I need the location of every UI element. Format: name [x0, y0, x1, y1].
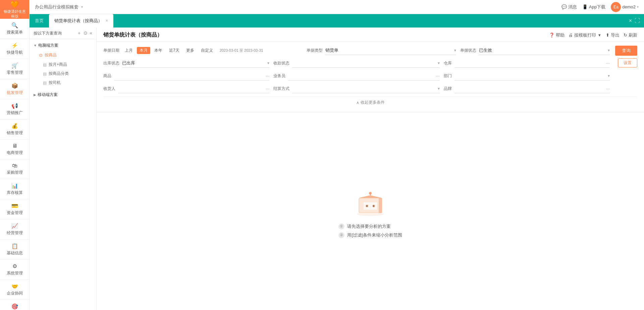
sidebar-item-label: 库存核算	[7, 190, 23, 196]
filter-row-4: 收货人 ··· 结算方式 ▾	[103, 84, 610, 93]
date-tab-custom[interactable]: 自定义	[198, 47, 216, 54]
out-status-dropdown-icon[interactable]: ▾	[267, 61, 269, 65]
filter-item-label: 按商品	[45, 52, 57, 58]
date-tab-last-month[interactable]: 上月	[122, 47, 136, 54]
help-label: 帮助	[556, 32, 565, 38]
industry-dropdown-icon[interactable]: ▾	[81, 5, 83, 9]
help-button[interactable]: ❓ 帮助	[549, 32, 565, 38]
settlement-dropdown-icon[interactable]: ▾	[438, 86, 440, 91]
add-scheme-icon[interactable]: ＋	[77, 30, 82, 36]
receiver-dots-icon[interactable]: ···	[266, 86, 270, 91]
sidebar-item-system[interactable]: ⚙ 系统管理	[0, 260, 29, 280]
app-download-button[interactable]: 📱 App下载	[582, 4, 605, 10]
help-icon: ❓	[549, 33, 554, 38]
doc-status-dropdown-icon[interactable]: ▾	[608, 48, 610, 53]
filter-item-by-category[interactable]: ▤ 按商品分类	[30, 69, 96, 78]
tab-home[interactable]: 首页	[30, 14, 49, 28]
filter-field-dept: 部门 ▾	[444, 71, 610, 81]
filter-field-warehouse: 仓库 ···	[444, 58, 610, 68]
page-title: 销货单统计表（按商品）	[103, 32, 162, 39]
dept-dropdown-icon[interactable]: ▾	[608, 73, 610, 78]
export-button[interactable]: ⬆ 导出	[606, 32, 620, 38]
sidebar-item-marketing[interactable]: 📢 营销推广	[0, 99, 29, 119]
top-header: 办公用品行业模拟账套 ▾ 💬 消息 📱 App下载 Ea demo2 ▾	[30, 0, 644, 14]
filter-item-by-driver[interactable]: ▤ 按司机	[30, 78, 96, 87]
salesperson-dots-icon[interactable]: ···	[436, 73, 440, 79]
date-tab-this-year[interactable]: 本年	[152, 47, 165, 54]
edit-scheme-icon[interactable]: ⊙	[84, 30, 88, 36]
warehouse-dots-icon[interactable]: ···	[606, 60, 610, 66]
filter-row-3: 商品 ··· 业务员 ···	[103, 71, 610, 81]
dept-control: ▾	[454, 71, 610, 81]
sidebar-item-sales[interactable]: 💰 销售管理	[0, 119, 29, 140]
user-avatar: Ea	[611, 2, 621, 12]
page-content: 按以下方案查询 ＋ ⊙ « ▼ 电脑端方案 ⊙ 按商品 ▤ 按月+	[30, 28, 644, 310]
brand-control: ···	[454, 84, 610, 93]
brand-dots-icon[interactable]: ···	[606, 86, 610, 91]
finance-icon: 💳	[11, 203, 18, 209]
sidebar-item-retail[interactable]: 🛒 零售管理	[0, 59, 29, 79]
dept-label: 部门	[444, 73, 452, 79]
refresh-button[interactable]: ↻ 刷新	[624, 32, 637, 38]
date-tab-this-month[interactable]: 本月	[137, 47, 150, 54]
right-action-buttons: 查询 设置	[615, 46, 637, 67]
export-icon: ⬆	[606, 33, 609, 38]
svg-point-12	[369, 192, 372, 195]
sidebar-item-basic[interactable]: 📋 基础信息	[0, 240, 29, 260]
filter-section-desktop: ▼ 电脑端方案 ⊙ 按商品 ▤ 按月+商品 ▤ 按商品分类 ▤ 按司机	[30, 39, 96, 89]
sidebar-item-ecommerce[interactable]: 🖥 电商管理	[0, 140, 29, 159]
enterprise-icon: 🤝	[11, 283, 18, 290]
doc-type-dropdown-icon[interactable]: ▾	[454, 48, 456, 53]
retail-icon: 🛒	[11, 62, 18, 69]
maximize-icon[interactable]: ⛶	[635, 18, 640, 24]
doc-type-label: 单据类型	[307, 48, 323, 53]
print-icon: 🖨	[569, 33, 573, 38]
user-profile[interactable]: Ea demo2 ▾	[611, 2, 639, 12]
doc-status-value: 已生效	[479, 47, 492, 53]
ecommerce-icon: 🖥	[12, 143, 17, 149]
main-area: 办公用品行业模拟账套 ▾ 💬 消息 📱 App下载 Ea demo2 ▾ 首页 …	[30, 0, 644, 310]
empty-illustration	[350, 185, 390, 218]
sidebar-item-operation[interactable]: 📈 经营管理	[0, 219, 29, 240]
basic-icon: 📋	[11, 243, 18, 249]
doc-type-value: 销货单	[325, 47, 338, 53]
sidebar-item-inventory[interactable]: 📊 库存核算	[0, 179, 29, 199]
mobile-section-title[interactable]: ▶ 移动端方案	[30, 90, 96, 100]
collapse-bar[interactable]: ∧ 收起更多条件	[103, 97, 637, 108]
sidebar-item-purchase[interactable]: 🛍 采购管理	[0, 159, 29, 179]
filter-row-2: 出库状态 已出库 ▾ 收款状态 ▾	[103, 58, 610, 68]
filter-rows-area: 单据日期 上月 本月 本年 近7天 更多 自定义	[103, 46, 610, 97]
settlement-control: ▾	[292, 84, 439, 93]
sidebar-item-quick-nav[interactable]: ⚡ 快捷导航	[0, 39, 29, 59]
sidebar-item-label: 系统管理	[7, 270, 23, 276]
sidebar-item-enterprise[interactable]: 🤝 企业协同	[0, 280, 29, 300]
date-tab-more[interactable]: 更多	[183, 47, 197, 54]
refresh-icon: ↻	[624, 33, 627, 38]
query-button[interactable]: 查询	[615, 46, 637, 56]
filter-item-by-month-goods[interactable]: ▤ 按月+商品	[30, 60, 96, 69]
print-dropdown-icon[interactable]: ▾	[597, 33, 602, 38]
goods-dots-icon[interactable]: ···	[266, 73, 270, 79]
desktop-section-title[interactable]: ▼ 电脑端方案	[30, 41, 96, 50]
message-button[interactable]: 💬 消息	[561, 4, 577, 10]
date-tab-7days[interactable]: 近7天	[166, 47, 182, 54]
filter-item-by-goods[interactable]: ⊙ 按商品	[30, 50, 96, 60]
sidebar-item-label: 快捷导航	[7, 50, 23, 55]
date-filter: 上月 本月 本年 近7天 更多 自定义 2023-03-01 至 2023-03…	[122, 47, 303, 54]
collapse-panel-icon[interactable]: «	[90, 30, 92, 36]
payment-status-dropdown-icon[interactable]: ▾	[438, 61, 440, 65]
print-button[interactable]: 🖨 按模板打印 ▾	[569, 32, 602, 38]
sidebar-item-finance[interactable]: 💳 资金管理	[0, 199, 29, 219]
sidebar-item-newbie[interactable]: 🎯 新手引导	[0, 300, 29, 310]
filter-panel: 按以下方案查询 ＋ ⊙ « ▼ 电脑端方案 ⊙ 按商品 ▤ 按月+	[30, 28, 97, 310]
setting-button[interactable]: 设置	[618, 58, 637, 67]
tab-close-icon[interactable]: ×	[106, 18, 108, 23]
sidebar-item-label: 批发管理	[7, 90, 23, 96]
scheme-icon: ▤	[43, 81, 47, 85]
doc-type-control: 销货单 ▾	[325, 46, 456, 55]
minimize-icon[interactable]: ×	[629, 18, 632, 24]
tab-current[interactable]: 销货单统计表（按商品） ×	[49, 14, 113, 28]
sidebar-item-label: 搜索菜单	[7, 30, 23, 35]
sidebar-item-wholesale[interactable]: 📦 批发管理	[0, 79, 29, 99]
sidebar-item-search[interactable]: 🔍 搜索菜单	[0, 19, 29, 39]
